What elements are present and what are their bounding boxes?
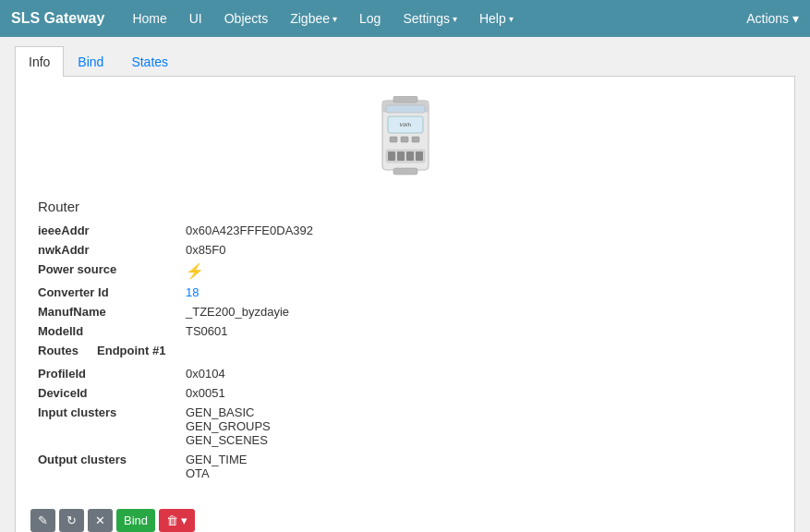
routes-heading: Routes <box>38 344 79 357</box>
row-ieee: ieeeAddr 0x60A423FFFE0DA392 <box>38 224 776 237</box>
row-device: DeviceId 0x0051 <box>38 386 776 400</box>
nav-menu: Home UI Objects Zigbee ▾ Log Settings ▾ … <box>123 7 746 30</box>
tab-states[interactable]: States <box>117 46 182 77</box>
nav-settings[interactable]: Settings ▾ <box>393 7 466 30</box>
tab-bar: Info Bind States <box>15 46 795 77</box>
nav-log[interactable]: Log <box>350 7 390 30</box>
clear-button[interactable]: ✕ <box>88 509 113 532</box>
row-profile: ProfileId 0x0104 <box>38 367 776 381</box>
svg-rect-6 <box>401 137 408 142</box>
svg-rect-9 <box>388 151 395 161</box>
nav-home[interactable]: Home <box>123 7 175 30</box>
svg-rect-11 <box>406 151 414 161</box>
nav-help[interactable]: Help ▾ <box>470 7 523 30</box>
edit-icon: ✎ <box>38 514 48 527</box>
delete-button[interactable]: 🗑 ▾ <box>159 509 195 532</box>
label-output-clusters: Output clusters <box>38 453 186 466</box>
value-model: TS0601 <box>186 324 228 338</box>
device-image-area: kWh <box>34 91 776 184</box>
value-output-clusters: GEN_TIME OTA <box>186 453 247 480</box>
actions-menu[interactable]: Actions ▾ <box>746 11 799 26</box>
clear-icon: ✕ <box>95 514 105 527</box>
bottom-toolbar: ✎ ↻ ✕ Bind 🗑 ▾ <box>30 509 195 532</box>
svg-rect-12 <box>416 151 423 161</box>
svg-rect-10 <box>397 151 405 161</box>
refresh-icon: ↻ <box>66 514 77 527</box>
svg-rect-13 <box>393 96 417 103</box>
label-converter: Converter Id <box>38 285 186 299</box>
delete-caret: ▾ <box>181 514 187 527</box>
value-power: ⚡ <box>186 262 204 280</box>
bind-button[interactable]: Bind <box>116 509 155 532</box>
nav-objects[interactable]: Objects <box>215 7 277 30</box>
input-cluster-1: GEN_GROUPS <box>186 419 271 433</box>
output-cluster-1: OTA <box>186 466 247 480</box>
navbar: SLS Gateway Home UI Objects Zigbee ▾ Log… <box>0 0 810 37</box>
label-nwk: nwkAddr <box>38 243 186 257</box>
bind-label: Bind <box>124 514 148 527</box>
main-content: Info Bind States kWh <box>0 37 810 532</box>
svg-text:kWh: kWh <box>400 122 411 127</box>
device-info-section: Router ieeeAddr 0x60A423FFFE0DA392 nwkAd… <box>34 199 776 480</box>
svg-rect-2 <box>386 105 425 113</box>
svg-rect-14 <box>393 168 417 175</box>
svg-rect-7 <box>412 137 419 142</box>
label-power: Power source <box>38 262 186 276</box>
routes-endpoint-headings: Routes Endpoint #1 <box>38 344 776 361</box>
label-device: DeviceId <box>38 386 186 400</box>
endpoint-heading: Endpoint #1 <box>97 344 165 357</box>
label-model: ModelId <box>38 324 186 338</box>
row-power: Power source ⚡ <box>38 262 776 280</box>
label-profile: ProfileId <box>38 367 186 381</box>
svg-rect-5 <box>390 137 397 142</box>
delete-icon: 🗑 <box>166 514 178 527</box>
zigbee-caret: ▾ <box>332 14 337 24</box>
nav-zigbee[interactable]: Zigbee ▾ <box>281 7 346 30</box>
info-card: kWh Router ieeeAddr 0 <box>15 77 795 532</box>
help-caret: ▾ <box>509 14 514 24</box>
value-nwk: 0x85F0 <box>186 243 225 257</box>
tab-info[interactable]: Info <box>15 46 64 77</box>
refresh-button[interactable]: ↻ <box>59 509 84 532</box>
device-illustration: kWh <box>373 96 438 179</box>
row-manuf: ManufName _TZE200_byzdayie <box>38 305 776 319</box>
value-device: 0x0051 <box>186 386 225 400</box>
app-brand: SLS Gateway <box>11 10 104 27</box>
row-model: ModelId TS0601 <box>38 324 776 338</box>
output-cluster-0: GEN_TIME <box>186 453 247 466</box>
label-input-clusters: Input clusters <box>38 405 186 419</box>
settings-caret: ▾ <box>453 14 457 24</box>
input-cluster-0: GEN_BASIC <box>186 405 271 419</box>
device-type: Router <box>38 199 776 214</box>
row-converter: Converter Id 18 <box>38 285 776 299</box>
row-output-clusters: Output clusters GEN_TIME OTA <box>38 453 776 480</box>
label-ieee: ieeeAddr <box>38 224 186 237</box>
nav-ui[interactable]: UI <box>180 7 212 30</box>
edit-button[interactable]: ✎ <box>30 509 55 532</box>
input-cluster-2: GEN_SCENES <box>186 433 271 447</box>
value-converter[interactable]: 18 <box>186 285 199 299</box>
value-profile: 0x0104 <box>186 367 225 381</box>
row-input-clusters: Input clusters GEN_BASIC GEN_GROUPS GEN_… <box>38 405 776 447</box>
label-manuf: ManufName <box>38 305 186 319</box>
tab-bind[interactable]: Bind <box>64 46 117 77</box>
value-ieee: 0x60A423FFFE0DA392 <box>186 224 313 237</box>
row-nwk: nwkAddr 0x85F0 <box>38 243 776 257</box>
value-input-clusters: GEN_BASIC GEN_GROUPS GEN_SCENES <box>186 405 271 447</box>
value-manuf: _TZE200_byzdayie <box>186 305 289 319</box>
